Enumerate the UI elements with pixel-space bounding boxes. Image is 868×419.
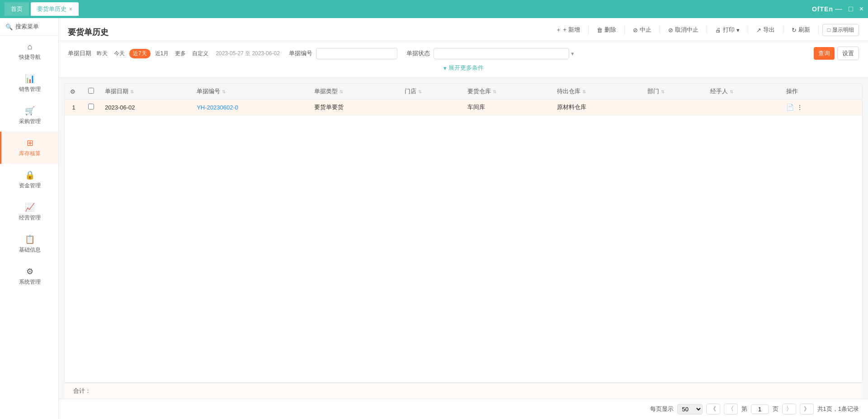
row-no-link[interactable]: YH-20230602-0 [197,104,238,111]
tab-home[interactable]: 首页 [5,2,29,16]
next-page-button[interactable]: 〉 [782,404,796,414]
table-footer: 合计： [64,383,863,399]
divider5 [748,25,748,34]
first-page-button[interactable]: 《 [706,404,720,414]
finance-icon: 🔒 [25,170,35,180]
row-pending-warehouse: 原材料仓库 [552,100,642,115]
row-index: 1 [65,100,83,115]
divider3 [660,25,660,34]
main-layout: 🔍 搜索菜单 ⌂ 快捷导航 📊 销售管理 🛒 采购管理 ⊞ 库存核算 🔒 资金管… [0,18,868,419]
status-dropdown-icon[interactable]: ▾ [571,50,574,57]
sidebar-item-finance[interactable]: 🔒 资金管理 [0,164,58,196]
sidebar-item-quick-nav[interactable]: ⌂ 快捷导航 [0,36,58,67]
sidebar-item-sales-label: 销售管理 [19,86,41,93]
refresh-label: 刷新 [798,26,810,34]
export-label: 导出 [763,26,775,34]
shortcut-more[interactable]: 更多 [173,49,188,58]
settings-button[interactable]: 设置 [837,47,859,60]
page-input[interactable] [751,405,769,414]
display-detail-checkbox: □ [827,27,830,33]
status-label: 单据状态 [406,49,430,57]
col-settings[interactable]: ⚙ [65,84,83,100]
system-icon: ⚙ [26,267,33,276]
row-more-icon[interactable]: ⋮ [797,104,803,111]
col-ops: 操作 [781,84,862,100]
row-handler [705,100,781,115]
page-size-select[interactable]: 50 100 200 [677,404,703,414]
sidebar-item-inventory[interactable]: ⊞ 库存核算 [0,132,58,164]
data-table: ⚙ 单据日期⇅ 单据编号⇅ 单据类型⇅ 门店⇅ 要货仓库⇅ 待出仓库⇅ 部门⇅ … [65,84,862,115]
select-all-checkbox[interactable] [88,88,94,94]
display-detail-button[interactable]: □ 显示明细 [822,24,859,36]
shortcut-custom[interactable]: 自定义 [190,49,210,58]
sidebar-item-operations[interactable]: 📈 经营管理 [0,196,58,228]
shortcut-1month[interactable]: 近1月 [153,49,171,58]
content-area: 要货单历史 ＋ + 新增 🗑 删除 ⊘ 中止 ⊘ [59,18,868,419]
doc-no-input[interactable] [316,48,397,59]
shortcut-7days[interactable]: 近7天 [129,49,151,58]
settings-label: 设置 [842,49,854,57]
maximize-icon[interactable]: □ [849,5,853,13]
row-req-warehouse: 车间库 [462,100,552,115]
sidebar-item-basic-info[interactable]: 📋 基础信息 [0,228,58,260]
cancel-stop-label: 取消中止 [675,26,698,34]
col-pending-warehouse: 待出仓库⇅ [552,84,642,100]
stop-label: 中止 [640,26,651,34]
sidebar: 🔍 搜索菜单 ⌂ 快捷导航 📊 销售管理 🛒 采购管理 ⊞ 库存核算 🔒 资金管… [0,18,59,419]
print-button[interactable]: 🖨 打印 ▾ [711,24,744,36]
status-filter: 单据状态 ▾ [406,48,805,59]
operations-icon: 📈 [25,202,35,212]
sidebar-item-finance-label: 资金管理 [19,182,41,190]
shortcut-yesterday[interactable]: 昨天 [95,49,109,58]
export-button[interactable]: ↗ 导出 [752,24,779,36]
table-header-row: ⚙ 单据日期⇅ 单据编号⇅ 单据类型⇅ 门店⇅ 要货仓库⇅ 待出仓库⇅ 部门⇅ … [65,84,862,100]
divider4 [707,25,707,34]
divider2 [624,25,625,34]
sidebar-item-purchase[interactable]: 🛒 采购管理 [0,100,58,132]
cancel-stop-button[interactable]: ⊘ 取消中止 [664,24,703,36]
sidebar-item-system[interactable]: ⚙ 系统管理 [0,260,58,292]
query-button[interactable]: 查询 [814,47,835,60]
delete-button[interactable]: 🗑 删除 [592,24,621,36]
sidebar-item-inventory-label: 库存核算 [19,150,41,157]
status-input[interactable] [434,48,569,59]
tab-active[interactable]: 要货单历史 × [31,2,79,16]
prev-page-button[interactable]: 〈 [724,404,738,414]
table-body: 1 2023-06-02 YH-20230602-0 要货单要货 车间库 原材料… [65,100,862,115]
stop-button[interactable]: ⊘ 中止 [628,24,656,36]
window-close-icon[interactable]: × [859,5,863,13]
sidebar-item-sales[interactable]: 📊 销售管理 [0,67,58,100]
search-icon: 🔍 [5,24,13,30]
table-wrapper: ⚙ 单据日期⇅ 单据编号⇅ 单据类型⇅ 门店⇅ 要货仓库⇅ 待出仓库⇅ 部门⇅ … [64,83,863,383]
total-records: 共1页，1条记录 [817,405,859,413]
row-date: 2023-06-02 [99,100,191,115]
export-icon: ↗ [756,27,761,33]
delete-label: 删除 [604,26,616,34]
minimize-icon[interactable]: — [835,5,842,13]
display-detail-label: 显示明细 [832,26,854,34]
cancel-stop-icon: ⊘ [668,27,673,33]
row-no: YH-20230602-0 [191,100,309,115]
row-dept [642,100,705,115]
sidebar-search[interactable]: 🔍 搜索菜单 [0,18,58,36]
col-date: 单据日期⇅ [99,84,191,100]
row-edit-icon[interactable]: 📄 [786,104,794,111]
query-label: 查询 [818,49,830,57]
expand-more[interactable]: ▾ 展开更多条件 [68,64,859,72]
inventory-icon: ⊞ [27,138,33,148]
row-checkbox[interactable] [88,104,94,110]
date-filter-label: 单据日期 [68,49,91,57]
date-shortcuts: 昨天 今天 近7天 近1月 更多 自定义 [95,49,210,58]
col-handler: 经手人⇅ [705,84,781,100]
content-header: 要货单历史 ＋ + 新增 🗑 删除 ⊘ 中止 ⊘ [59,18,868,41]
page-label: 第 [741,405,747,413]
divider6 [783,25,783,34]
last-page-button[interactable]: 》 [800,404,814,414]
refresh-button[interactable]: ↻ 刷新 [787,24,815,36]
new-button[interactable]: ＋ + 新增 [551,24,585,36]
date-filter: 单据日期 昨天 今天 近7天 近1月 更多 自定义 2023-05-27 至 2… [68,49,280,58]
shortcut-today[interactable]: 今天 [112,49,127,58]
divider7 [818,25,819,34]
tab-close-icon[interactable]: × [69,6,72,12]
new-icon: ＋ [556,26,561,34]
